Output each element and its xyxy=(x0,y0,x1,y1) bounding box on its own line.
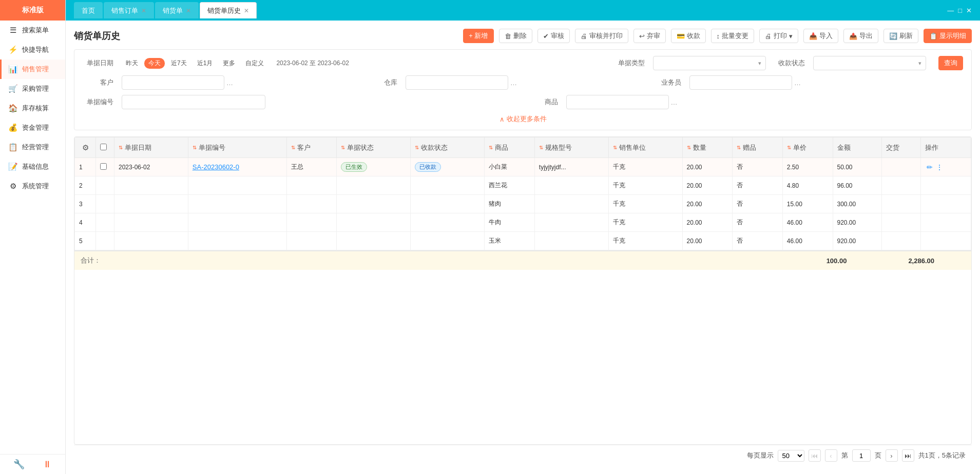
audit-print-button[interactable]: 🖨 审核并打印 xyxy=(575,29,628,43)
goods-input[interactable] xyxy=(566,95,669,109)
date-tab-7days[interactable]: 近7天 xyxy=(167,58,191,69)
cell-doc-no xyxy=(188,213,286,232)
cell-doc-date xyxy=(114,195,188,213)
tab-sales-history[interactable]: 销货单历史 ✕ xyxy=(200,2,257,18)
goods-dots-btn[interactable]: … xyxy=(671,98,678,106)
customer-input[interactable] xyxy=(122,75,224,90)
staff-input[interactable] xyxy=(689,75,792,90)
first-page-btn[interactable]: ⏮ xyxy=(809,449,821,462)
sidebar-item-search-menu[interactable]: ☰ 搜索菜单 xyxy=(0,21,65,40)
row-more-btn[interactable]: ⋮ xyxy=(934,163,945,171)
select-all-checkbox[interactable] xyxy=(100,144,107,150)
audit-icon: ✔ xyxy=(543,32,549,40)
th-goods[interactable]: ⇅ 商品 xyxy=(485,137,535,158)
gear-config-btn[interactable]: ⚙ xyxy=(79,142,91,154)
doc-type-select[interactable]: ▾ xyxy=(653,56,766,70)
sidebar-collapse-btn[interactable]: ⏸ xyxy=(43,459,52,470)
date-tab-1month[interactable]: 近1月 xyxy=(193,58,217,69)
th-gift[interactable]: ⇅ 赠品 xyxy=(733,137,783,158)
new-button[interactable]: + 新增 xyxy=(463,29,493,43)
th-qty[interactable]: ⇅ 数量 xyxy=(682,137,733,158)
sidebar-item-sales-mgmt[interactable]: 📊 销售管理 xyxy=(0,60,65,79)
warehouse-dots-btn[interactable]: … xyxy=(510,79,517,87)
print-button[interactable]: 🖨 打印 ▾ xyxy=(759,29,798,43)
page-input[interactable] xyxy=(852,449,871,462)
sidebar-item-basic-info[interactable]: 📝 基础信息 xyxy=(0,157,65,176)
page-size-select[interactable]: 50 10 20 100 xyxy=(778,450,804,462)
abandon-button[interactable]: ↩ 弃审 xyxy=(633,29,666,43)
next-page-btn[interactable]: › xyxy=(886,449,898,462)
doc-no-input[interactable] xyxy=(122,95,265,109)
tab-sales-history-close[interactable]: ✕ xyxy=(244,7,249,14)
display-detail-button-label: 显示明细 xyxy=(939,31,966,41)
tab-sales-delivery-close[interactable]: ✕ xyxy=(186,7,191,14)
query-button[interactable]: 查询 xyxy=(938,56,963,70)
audit-button[interactable]: ✔ 审核 xyxy=(537,29,570,43)
tab-sales-delivery-label: 销货单 xyxy=(163,6,183,15)
date-tab-custom[interactable]: 自定义 xyxy=(241,58,268,69)
collect-status-dropdown-icon: ▾ xyxy=(918,60,921,67)
th-collect-status[interactable]: ⇅ 收款状态 xyxy=(411,137,485,158)
sidebar-item-stock-calc[interactable]: 🏠 库存核算 xyxy=(0,98,65,118)
th-unit-price[interactable]: ⇅ 单价 xyxy=(782,137,833,158)
row-edit-btn[interactable]: ✏ xyxy=(925,163,934,171)
cell-seq: 5 xyxy=(75,232,96,250)
cell-sales-unit: 千克 xyxy=(608,158,682,176)
th-doc-date[interactable]: ⇅ 单据日期 xyxy=(114,137,188,158)
sidebar-expand-btn[interactable]: 🔧 xyxy=(13,459,25,470)
export-button[interactable]: 📤 导出 xyxy=(843,29,878,43)
prev-page-btn[interactable]: ‹ xyxy=(825,449,837,462)
collapse-button[interactable]: ∧ 收起更多条件 xyxy=(83,114,963,124)
cell-gift: 否 xyxy=(733,195,783,213)
batch-change-button[interactable]: ↕ 批量变更 xyxy=(711,29,755,43)
refresh-button[interactable]: 🔄 刷新 xyxy=(883,29,918,43)
sort-spec-type-icon: ⇅ xyxy=(539,145,543,150)
date-tab-today[interactable]: 今天 xyxy=(144,58,165,69)
sidebar-item-purchase-mgmt[interactable]: 🛒 采购管理 xyxy=(0,79,65,98)
delete-button[interactable]: 🗑 删除 xyxy=(499,29,532,43)
close-window-btn[interactable]: ✕ xyxy=(966,7,972,14)
last-page-btn[interactable]: ⏭ xyxy=(902,449,914,462)
date-tab-yesterday[interactable]: 昨天 xyxy=(122,58,142,69)
maximize-btn[interactable]: □ xyxy=(958,7,962,14)
th-action-label: 操作 xyxy=(925,144,938,151)
import-button[interactable]: 📥 导入 xyxy=(803,29,838,43)
tab-sales-order-close[interactable]: ✕ xyxy=(141,7,146,14)
sidebar-item-operations-mgmt[interactable]: 📋 经营管理 xyxy=(0,137,65,157)
collect-status-badge: 已收款 xyxy=(415,162,441,172)
tab-sales-order[interactable]: 销售订单 ✕ xyxy=(104,2,154,18)
cell-doc-no: SA-20230602-0 xyxy=(188,158,286,176)
staff-dots-btn[interactable]: … xyxy=(794,79,801,87)
collect-status-select[interactable]: ▾ xyxy=(813,56,926,70)
customer-dots-btn[interactable]: … xyxy=(226,79,233,87)
sidebar-item-system-mgmt[interactable]: ⚙ 系统管理 xyxy=(0,176,65,196)
refresh-button-label: 刷新 xyxy=(899,31,913,41)
minimize-btn[interactable]: — xyxy=(947,7,954,14)
tab-home[interactable]: 首页 xyxy=(74,2,103,18)
sidebar-item-finance-mgmt[interactable]: 💰 资金管理 xyxy=(0,118,65,137)
th-doc-status[interactable]: ⇅ 单据状态 xyxy=(337,137,411,158)
th-doc-no[interactable]: ⇅ 单据编号 xyxy=(188,137,286,158)
teal-header-bar: 首页 销售订单 ✕ 销货单 ✕ 销货单历史 ✕ — □ ✕ xyxy=(66,0,980,21)
date-tab-more[interactable]: 更多 xyxy=(219,58,239,69)
sidebar-item-label: 资金管理 xyxy=(22,123,49,132)
sidebar-item-quick-nav[interactable]: ⚡ 快捷导航 xyxy=(0,40,65,60)
display-detail-button[interactable]: 📋 显示明细 xyxy=(924,29,972,43)
th-sales-unit[interactable]: ⇅ 销售单位 xyxy=(608,137,682,158)
cell-transaction xyxy=(881,176,920,195)
th-customer[interactable]: ⇅ 客户 xyxy=(286,137,337,158)
cell-spec-type xyxy=(534,232,608,250)
doc-no-link[interactable]: SA-20230602-0 xyxy=(193,163,239,171)
tab-sales-delivery[interactable]: 销货单 ✕ xyxy=(155,2,199,18)
pagination: 每页显示 50 10 20 100 ⏮ ‹ 第 页 › ⏭ 共1页，5条记录 xyxy=(74,445,972,466)
row-checkbox[interactable] xyxy=(100,163,107,170)
delete-button-label: 删除 xyxy=(513,31,527,41)
collect-button[interactable]: 💳 收款 xyxy=(671,29,706,43)
cell-action xyxy=(921,232,971,250)
doc-status-badge: 已生效 xyxy=(341,162,367,172)
cell-checkbox xyxy=(96,213,114,232)
warehouse-input[interactable] xyxy=(406,75,508,90)
display-detail-icon: 📋 xyxy=(929,32,937,40)
cell-unit-price: 46.00 xyxy=(782,213,833,232)
th-spec-type[interactable]: ⇅ 规格型号 xyxy=(534,137,608,158)
